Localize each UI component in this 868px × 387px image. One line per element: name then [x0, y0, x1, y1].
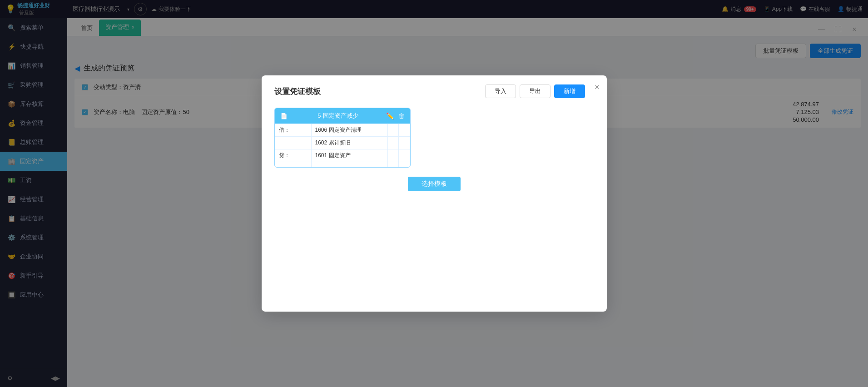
account-3 — [311, 162, 388, 167]
col3-0 — [399, 124, 410, 137]
template-row-1: 1602 累计折旧 — [275, 137, 410, 149]
modal-dialog: 设置凭证模板 × 导入 导出 新增 📄 5-固定资产减少 ✏️ 🗑 借： — [262, 75, 607, 312]
side-0: 借： — [275, 124, 311, 137]
account-0: 1606 固定资产清理 — [311, 124, 388, 137]
template-card-header: 📄 5-固定资产减少 ✏️ 🗑 — [275, 108, 410, 124]
template-actions: ✏️ 🗑 — [386, 112, 405, 119]
account-1: 1602 累计折旧 — [311, 137, 388, 149]
side-2: 贷： — [275, 149, 311, 162]
col2-0 — [388, 124, 399, 137]
col2-1 — [388, 137, 399, 149]
template-row-3 — [275, 162, 410, 167]
select-template-btn[interactable]: 选择模板 — [408, 177, 461, 191]
template-icon: 📄 — [280, 113, 288, 119]
side-1 — [275, 137, 311, 149]
col2-2 — [388, 149, 399, 162]
modal-overlay: 设置凭证模板 × 导入 导出 新增 📄 5-固定资产减少 ✏️ 🗑 借： — [0, 0, 868, 387]
template-row-0: 借： 1606 固定资产清理 — [275, 124, 410, 137]
template-card: 📄 5-固定资产减少 ✏️ 🗑 借： 1606 固定资产清理 — [274, 108, 411, 168]
export-btn[interactable]: 导出 — [520, 84, 551, 98]
import-btn[interactable]: 导入 — [485, 84, 516, 98]
new-btn[interactable]: 新增 — [554, 84, 585, 98]
template-table: 借： 1606 固定资产清理 1602 累计折旧 贷： 1601 固定资产 — [275, 124, 410, 167]
template-row-2: 贷： 1601 固定资产 — [275, 149, 410, 162]
delete-template-icon[interactable]: 🗑 — [398, 112, 405, 119]
modal-toolbar: 导入 导出 新增 — [485, 84, 585, 98]
template-header-label: 5-固定资产减少 — [317, 112, 358, 120]
col2-3 — [388, 162, 399, 167]
col3-2 — [399, 149, 410, 162]
modal-close-btn[interactable]: × — [595, 83, 600, 92]
side-3 — [275, 162, 311, 167]
account-2: 1601 固定资产 — [311, 149, 388, 162]
col3-1 — [399, 137, 410, 149]
edit-template-icon[interactable]: ✏️ — [386, 112, 394, 119]
col3-3 — [399, 162, 410, 167]
